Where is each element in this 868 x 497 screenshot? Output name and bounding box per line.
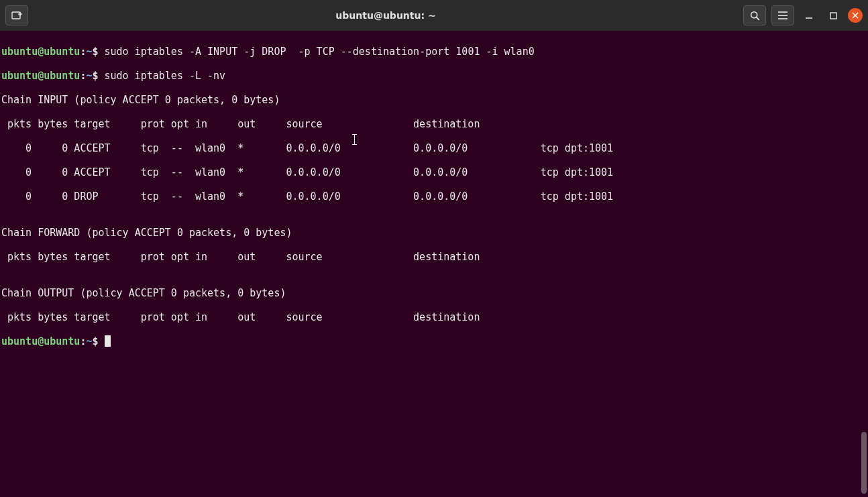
window-title: ubuntu@ubuntu: ~ xyxy=(28,9,743,21)
prompt-dollar: $ xyxy=(92,46,98,58)
titlebar: ubuntu@ubuntu: ~ xyxy=(0,0,868,31)
terminal-line: ubuntu@ubuntu:~$ xyxy=(1,335,867,347)
output-row: 0 0 ACCEPT tcp -- wlan0 * 0.0.0.0/0 0.0.… xyxy=(1,142,867,154)
command-text: sudo iptables -A INPUT -j DROP -p TCP --… xyxy=(99,46,535,58)
search-button[interactable] xyxy=(743,5,766,25)
maximize-icon xyxy=(830,12,837,19)
minimize-icon xyxy=(805,11,813,19)
hamburger-icon xyxy=(778,11,788,19)
svg-rect-9 xyxy=(830,13,836,19)
new-tab-icon xyxy=(11,11,22,20)
svg-line-4 xyxy=(756,17,759,19)
maximize-button[interactable] xyxy=(824,5,843,25)
minimize-button[interactable] xyxy=(800,5,818,25)
output-chain-input: Chain INPUT (policy ACCEPT 0 packets, 0 … xyxy=(1,94,867,106)
output-chain-forward: Chain FORWARD (policy ACCEPT 0 packets, … xyxy=(1,227,867,239)
menu-button[interactable] xyxy=(771,5,794,25)
output-row: 0 0 DROP tcp -- wlan0 * 0.0.0.0/0 0.0.0.… xyxy=(1,190,867,203)
output-chain-output: Chain OUTPUT (policy ACCEPT 0 packets, 0… xyxy=(1,287,867,299)
prompt-user-host: ubuntu@ubuntu xyxy=(1,335,80,347)
prompt-user-host: ubuntu@ubuntu xyxy=(1,46,80,58)
prompt-user-host: ubuntu@ubuntu xyxy=(1,70,80,82)
search-icon xyxy=(750,11,760,21)
output-header: pkts bytes target prot opt in out source… xyxy=(1,311,867,323)
command-text: sudo iptables -L -nv xyxy=(99,70,226,82)
prompt-dollar: $ xyxy=(92,335,98,347)
close-button[interactable] xyxy=(848,8,863,23)
output-row: 0 0 ACCEPT tcp -- wlan0 * 0.0.0.0/0 0.0.… xyxy=(1,166,867,178)
close-icon xyxy=(852,12,859,19)
new-tab-button[interactable] xyxy=(5,5,28,25)
terminal-line: ubuntu@ubuntu:~$ sudo iptables -L -nv xyxy=(1,70,867,82)
scrollbar-thumb[interactable] xyxy=(861,432,867,494)
terminal-cursor xyxy=(99,335,111,347)
output-header: pkts bytes target prot opt in out source… xyxy=(1,118,867,130)
output-header: pkts bytes target prot opt in out source… xyxy=(1,251,867,263)
prompt-dollar: $ xyxy=(92,70,98,82)
terminal-area[interactable]: ubuntu@ubuntu:~$ sudo iptables -A INPUT … xyxy=(0,31,868,361)
terminal-line: ubuntu@ubuntu:~$ sudo iptables -A INPUT … xyxy=(1,46,867,58)
svg-rect-0 xyxy=(12,12,20,19)
